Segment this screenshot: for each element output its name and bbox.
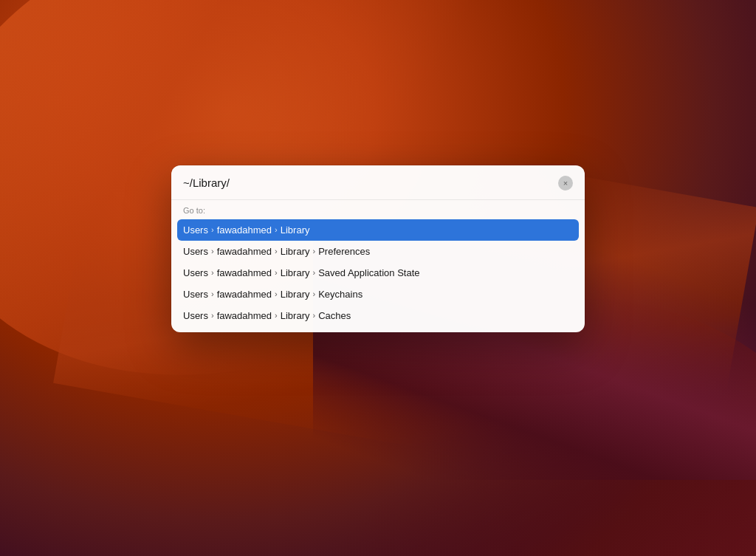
arrow-icon: › — [313, 311, 316, 320]
path-text: Library — [281, 224, 310, 236]
path-text: fawadahmed — [217, 289, 272, 300]
path-text: Library — [281, 289, 310, 300]
arrow-icon: › — [275, 247, 278, 255]
path-text: fawadahmed — [217, 267, 272, 278]
arrow-icon: › — [313, 268, 316, 277]
path-text: Keychains — [318, 289, 362, 300]
suggestions-list: Users › fawadahmed › Library Users › faw… — [171, 218, 585, 332]
arrow-icon: › — [211, 225, 214, 234]
arrow-icon: › — [211, 311, 214, 320]
path-text: Users — [183, 246, 208, 257]
path-text: fawadahmed — [217, 224, 272, 236]
path-input[interactable] — [183, 176, 552, 189]
arrow-icon: › — [211, 268, 214, 277]
goto-dialog: × Go to: Users › fawadahmed › Library Us… — [171, 165, 585, 332]
path-text: Library — [281, 310, 310, 321]
path-text: Library — [281, 246, 310, 257]
arrow-icon: › — [313, 289, 316, 298]
suggestion-item[interactable]: Users › fawadahmed › Library › Caches — [171, 305, 585, 326]
suggestion-item[interactable]: Users › fawadahmed › Library › Preferenc… — [171, 241, 585, 262]
arrow-icon: › — [211, 247, 214, 255]
arrow-icon: › — [275, 289, 278, 298]
path-text: fawadahmed — [217, 310, 272, 321]
path-text: Preferences — [318, 246, 370, 257]
arrow-icon: › — [275, 311, 278, 320]
arrow-icon: › — [275, 225, 278, 234]
dialog-overlay: × Go to: Users › fawadahmed › Library Us… — [0, 0, 756, 556]
suggestion-item[interactable]: Users › fawadahmed › Library › Saved App… — [171, 262, 585, 284]
path-text: Caches — [318, 310, 351, 321]
close-button[interactable]: × — [558, 176, 573, 191]
suggestion-item[interactable]: Users › fawadahmed › Library › Keychains — [171, 284, 585, 305]
goto-label: Go to: — [171, 200, 585, 218]
arrow-icon: › — [313, 247, 316, 255]
path-text: Users — [183, 289, 208, 300]
arrow-icon: › — [211, 289, 214, 298]
suggestion-item[interactable]: Users › fawadahmed › Library — [177, 219, 579, 241]
path-text: Users — [183, 224, 208, 236]
input-row: × — [171, 165, 585, 200]
path-text: Users — [183, 267, 208, 278]
path-text: Users — [183, 310, 208, 321]
arrow-icon: › — [275, 268, 278, 277]
path-text: fawadahmed — [217, 246, 272, 257]
path-text: Saved Application State — [318, 267, 419, 278]
path-text: Library — [281, 267, 310, 278]
close-icon: × — [563, 179, 568, 188]
